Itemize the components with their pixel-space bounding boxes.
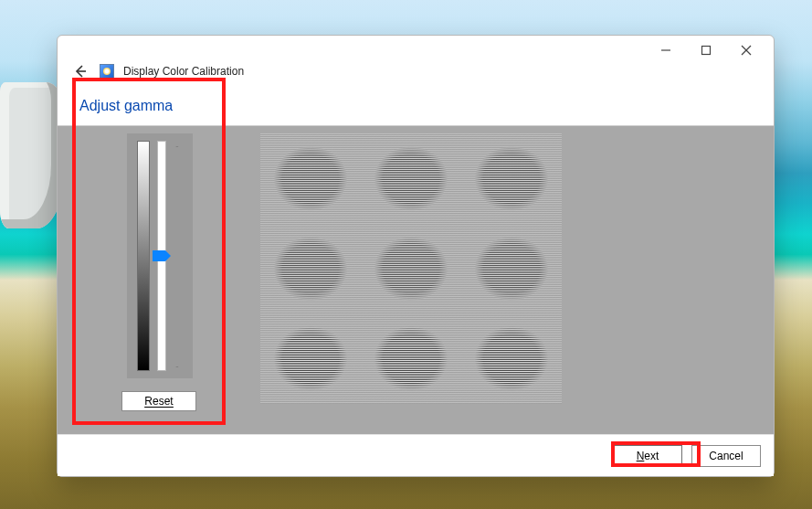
next-button[interactable]: Next: [613, 445, 682, 467]
tick-top: -: [175, 141, 178, 151]
cancel-label: Cancel: [709, 450, 743, 462]
window-title: Display Color Calibration: [123, 65, 244, 78]
back-button[interactable]: [70, 61, 90, 81]
minimize-button[interactable]: [646, 37, 686, 63]
wizard-header: Display Color Calibration: [58, 61, 774, 87]
gamma-dot: [268, 229, 353, 309]
content-top: Adjust gamma: [58, 87, 774, 123]
gamma-slider-thumb[interactable]: [153, 250, 171, 261]
cancel-button[interactable]: Cancel: [691, 445, 761, 467]
slider-ticks: - -: [172, 141, 183, 371]
svg-rect-1: [702, 47, 711, 55]
gamma-slider[interactable]: [157, 141, 166, 371]
gamma-slider-frame: - -: [127, 133, 193, 378]
gamma-dot: [368, 139, 454, 218]
wizard-footer: Next Cancel: [58, 434, 774, 476]
calibration-area: - - Reset: [58, 125, 774, 434]
gamma-dot: [469, 319, 554, 398]
tick-bottom: -: [175, 361, 178, 371]
next-rest: ext: [644, 450, 659, 462]
gradient-legend: [137, 141, 150, 371]
gamma-dot: [368, 229, 454, 309]
gamma-dot: [469, 229, 554, 309]
close-button[interactable]: [726, 37, 766, 63]
reset-rest: eset: [153, 395, 174, 408]
gamma-dot: [268, 319, 353, 398]
page-heading: Adjust gamma: [79, 98, 752, 114]
calibration-window: Display Color Calibration Adjust gamma -…: [57, 35, 775, 477]
gamma-test-pattern: [260, 133, 562, 404]
gamma-dot: [368, 319, 454, 398]
calibration-icon: [100, 64, 114, 79]
reset-button[interactable]: Reset: [121, 391, 196, 411]
gamma-dot: [268, 139, 353, 218]
maximize-button[interactable]: [686, 37, 726, 63]
gamma-dot: [469, 139, 554, 218]
reset-hotkey: R: [144, 395, 153, 408]
